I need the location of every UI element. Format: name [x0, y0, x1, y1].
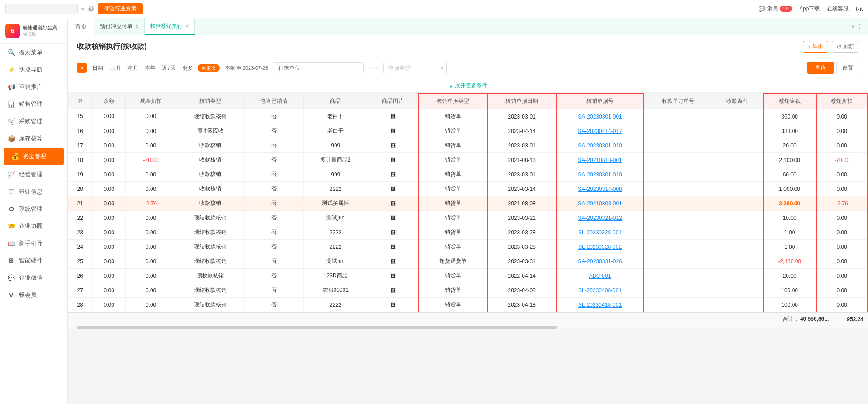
tab-home[interactable]: 首页 — [68, 18, 94, 35]
sidebar-item-wechat[interactable]: 💬 企业微信 — [0, 269, 67, 286]
td-voucher_no[interactable]: SA-20210808-001 — [556, 196, 643, 211]
sidebar-item-system[interactable]: ⚙ 系统管理 — [0, 200, 67, 218]
sidebar-item-hardware[interactable]: 🖥 智能硬件 — [0, 252, 67, 269]
td-voucher_no[interactable]: SA-20230301-001 — [556, 109, 643, 124]
td-product_img: 🖼 — [368, 196, 419, 211]
sidebar-item-collab[interactable]: 🤝 企业协同 — [0, 218, 67, 235]
td-include_settled: 否 — [244, 254, 303, 269]
app-download[interactable]: App下载 — [799, 5, 820, 13]
td-voucher_date: 2023-03-28 — [487, 240, 556, 254]
tab-writeoff[interactable]: 收款核销执行 ✕ — [145, 18, 195, 35]
dropdown-icon[interactable]: ▾ — [81, 6, 84, 12]
date-btn-last-month[interactable]: 上月 — [108, 63, 123, 73]
expand-more-btn[interactable]: ∨ 展开更多条件 — [449, 82, 487, 90]
partner-input[interactable] — [274, 62, 364, 73]
export-button[interactable]: ↑ 导出 — [803, 41, 828, 53]
sidebar-item-vip[interactable]: V 畅会员 — [0, 286, 67, 304]
td-product_img: 🖼 — [368, 138, 419, 153]
sidebar-item-label: 企业微信 — [19, 274, 42, 282]
tab-prepayment[interactable]: 预付冲应付单 ✕ — [94, 18, 145, 35]
td-voucher_no[interactable]: SA-20230301-010 — [556, 167, 643, 182]
td-voucher_no[interactable]: SA-20230314-008 — [556, 182, 643, 196]
message-label: 消息 — [767, 5, 778, 13]
td-write_off_discount: -70.00 — [816, 153, 868, 167]
basic-icon: 📋 — [7, 188, 15, 195]
single-type-label: 单据类型 — [388, 64, 410, 72]
td-voucher_no[interactable]: SA-20230321-012 — [556, 211, 643, 225]
td-voucher_no[interactable]: SA-20210813-001 — [556, 153, 643, 167]
td-voucher_no[interactable]: SL-20230328-002 — [556, 240, 643, 254]
td-voucher_no[interactable]: SL-20230328-001 — [556, 225, 643, 240]
td-write_off_amount: -2,430.00 — [763, 254, 816, 269]
tab-close-writeoff[interactable]: ✕ — [185, 24, 189, 29]
table-row: 250.000.00现结收款核销否测试jun🖼销货退货单2023-03-31SA… — [68, 254, 868, 269]
online-service[interactable]: 在线客服 — [827, 5, 849, 13]
td-voucher_no[interactable]: SA-20230331-026 — [556, 254, 643, 269]
top-search-input[interactable] — [5, 4, 78, 14]
sidebar-item-operation[interactable]: 📈 经营管理 — [0, 166, 67, 183]
table-body: 150.000.00现结收款核销否老白干🖼销货单2023-03-01SA-202… — [68, 109, 868, 312]
td-write_off_discount: 0.00 — [816, 124, 868, 138]
date-custom-btn[interactable]: 自定义 — [198, 64, 220, 72]
message-area[interactable]: 💬 消息 99+ — [759, 5, 792, 13]
td-product: 老白干 — [303, 109, 368, 124]
sidebar-item-label: 智能硬件 — [19, 257, 42, 265]
horizontal-scrollbar[interactable] — [68, 326, 868, 329]
filter-toggle-btn[interactable]: » — [77, 63, 87, 73]
footer-total-amount: 合计： 40,556,66... — [783, 315, 829, 323]
th-voucher-type: 核销单据类型 — [419, 93, 487, 109]
settings-icon[interactable]: ⚙ — [88, 5, 94, 13]
expand-icon: ∨ — [449, 83, 453, 89]
sidebar-item-shortcut[interactable]: ⚡ 快捷导航 — [0, 61, 67, 78]
single-type-select[interactable]: 单据类型 ▾ — [383, 62, 447, 74]
date-btn-this-year[interactable]: 本年 — [143, 63, 157, 73]
query-button[interactable]: 查询 — [807, 62, 834, 74]
setting-button[interactable]: 设置 — [836, 62, 859, 74]
sidebar-item-sales[interactable]: 📊 销售管理 — [0, 95, 67, 113]
sidebar-logo: 6 畅捷通谱好生意 标准版 — [0, 18, 67, 44]
sidebar-item-finance[interactable]: 💰 资金管理 — [4, 148, 64, 165]
td-include_settled: 否 — [244, 211, 303, 225]
tab-expand-icon[interactable]: ⛶ — [859, 24, 864, 30]
tab-close-prepayment[interactable]: ✕ — [135, 24, 139, 29]
td-receipt_condition — [712, 298, 763, 312]
date-btn-this-month[interactable]: 本月 — [126, 63, 140, 73]
sidebar-item-label: 基础信息 — [19, 188, 42, 196]
th-product: 商品 — [303, 93, 368, 109]
sidebar-item-basic[interactable]: 📋 基础信息 — [0, 183, 67, 200]
td-write_off_type: 收款核销 — [176, 182, 244, 196]
th-settings[interactable]: ⚙ — [68, 93, 93, 109]
td-voucher_no[interactable]: ABC-001 — [556, 269, 643, 283]
td-cash_discount: 0.00 — [126, 109, 176, 124]
td-product_img: 🖼 — [368, 283, 419, 298]
sidebar-item-guide[interactable]: 📖 新手引导 — [0, 235, 67, 252]
query-actions: 查询 设置 — [807, 62, 859, 74]
td-product: 老白干 — [303, 124, 368, 138]
table-row: 190.000.00收款核销否999🖼销货单2023-03-01SA-20230… — [68, 167, 868, 182]
date-btn-more[interactable]: 更多 — [180, 63, 195, 73]
td-voucher_no[interactable]: SA-20230414-017 — [556, 124, 643, 138]
sidebar-item-inventory[interactable]: 📦 库存核算 — [0, 130, 67, 147]
td-voucher_no[interactable]: SL-20230418-001 — [556, 298, 643, 312]
td-receipt_condition — [712, 240, 763, 254]
td-voucher_no[interactable]: SL-20230408-001 — [556, 283, 643, 298]
td-balance: 0.00 — [93, 124, 126, 138]
td-write_off_amount: 1,000.00 — [763, 182, 816, 196]
industry-btn[interactable]: 休验行业方案 — [98, 3, 143, 14]
td-voucher_no[interactable]: SA-20230301-010 — [556, 138, 643, 153]
sidebar-item-marketing[interactable]: 📢 营销推广 — [0, 78, 67, 95]
scrollbar-thumb[interactable] — [77, 326, 557, 329]
sidebar: 6 畅捷通谱好生意 标准版 🔍 搜索菜单 ⚡ 快捷导航 📢 营销推广 📊 销售管… — [0, 18, 68, 404]
refresh-button[interactable]: ↺ 刷新 — [832, 41, 859, 53]
td-write_off_type: 现结收款核销 — [176, 109, 244, 124]
sidebar-item-search[interactable]: 🔍 搜索菜单 — [0, 44, 67, 61]
th-voucher-no: 核销单据号 — [556, 93, 643, 109]
sidebar-item-purchase[interactable]: 🛒 采购管理 — [0, 113, 67, 130]
td-receipt_order_no — [644, 225, 712, 240]
td-receipt_condition — [712, 153, 763, 167]
date-btn-7days[interactable]: 近7天 — [160, 63, 178, 73]
td-write_off_discount: 0.00 — [816, 138, 868, 153]
td-product: 2222 — [303, 298, 368, 312]
tab-close-all-icon[interactable]: ✕ — [851, 24, 855, 30]
td-no: 25 — [68, 254, 93, 269]
